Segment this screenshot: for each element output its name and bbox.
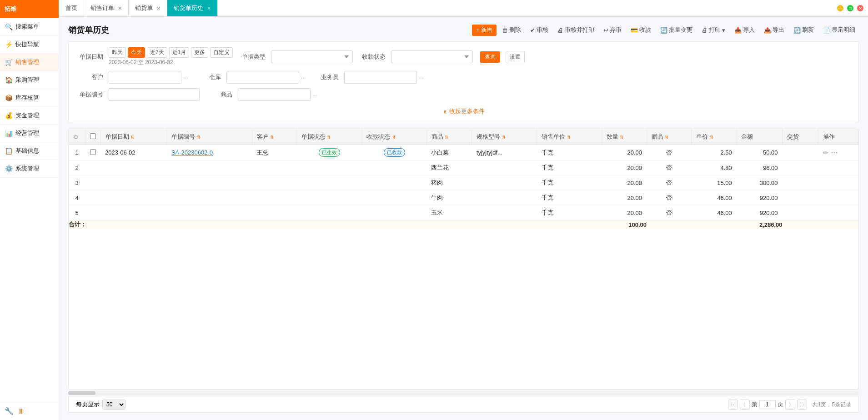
import-button[interactable]: 📥 导入 xyxy=(731,24,758,36)
tab-close-sales-delivery[interactable]: ✕ xyxy=(156,5,161,11)
sort-price[interactable]: ⇅ xyxy=(710,135,713,140)
sort-doc-no[interactable]: ⇅ xyxy=(197,135,201,140)
collapse-button[interactable]: ∧ 收起更多条件 xyxy=(76,105,851,117)
settings-button[interactable]: 设置 xyxy=(506,51,525,63)
summary-row: 合计： 100.00 2,286.00 xyxy=(69,220,858,229)
sidebar-item-basicinfo[interactable]: 📋 基础信息 xyxy=(0,142,59,160)
th-trade[interactable]: 交货 xyxy=(782,129,818,145)
docno-input[interactable] xyxy=(109,88,200,101)
horizontal-scrollbar[interactable] xyxy=(68,391,859,395)
sidebar-item-quicknav[interactable]: ⚡ 快捷导航 xyxy=(0,36,59,54)
date-btn-7days[interactable]: 近7天 xyxy=(147,47,167,58)
page-next-btn[interactable]: ⟩ xyxy=(785,400,795,410)
batch-change-button[interactable]: 🔄 批量变更 xyxy=(657,24,696,36)
cell-docno-0[interactable]: SA-20230602-0 xyxy=(167,145,252,160)
th-qty[interactable]: 数量 ⇅ xyxy=(602,129,647,145)
page-prev-btn[interactable]: ⟨ xyxy=(740,400,750,410)
sort-spec[interactable]: ⇅ xyxy=(502,135,506,140)
goods-input[interactable] xyxy=(238,88,311,101)
discard-button[interactable]: ↩ 弃审 xyxy=(600,24,625,36)
window-close[interactable]: ✕ xyxy=(857,5,863,11)
select-all-checkbox[interactable] xyxy=(90,133,96,139)
warehouse-input[interactable] xyxy=(226,71,299,84)
edit-icon[interactable]: ✏ xyxy=(823,149,828,156)
sidebar-item-inventory[interactable]: 📦 库存核算 xyxy=(0,89,59,107)
query-button[interactable]: 查询 xyxy=(480,51,500,63)
sort-unit[interactable]: ⇅ xyxy=(567,135,571,140)
th-doc-date[interactable]: 单据日期 ⇅ xyxy=(100,129,167,145)
sort-qty[interactable]: ⇅ xyxy=(620,135,623,140)
tab-close-sales-history[interactable]: ✕ xyxy=(207,5,211,11)
date-btn-more[interactable]: 更多 xyxy=(191,47,208,58)
date-btn-custom[interactable]: 自定义 xyxy=(210,47,233,58)
pay-status-select[interactable] xyxy=(391,50,473,63)
pause-icon[interactable]: ⏸ xyxy=(17,407,25,415)
customer-dots[interactable]: ··· xyxy=(183,74,188,81)
th-price[interactable]: 单价 ⇅ xyxy=(692,129,737,145)
th-spec[interactable]: 规格型号 ⇅ xyxy=(472,129,537,145)
date-btn-1month[interactable]: 近1月 xyxy=(169,47,190,58)
tab-sales-order[interactable]: 销售订单 ✕ xyxy=(84,0,129,16)
th-goods[interactable]: 商品 ⇅ xyxy=(426,129,472,145)
sidebar-item-finance[interactable]: 💰 资金管理 xyxy=(0,107,59,125)
tab-home[interactable]: 首页 xyxy=(59,0,84,16)
staff-input[interactable] xyxy=(344,71,417,84)
date-btn-yesterday[interactable]: 昨天 xyxy=(109,47,126,58)
page-size-select[interactable]: 50 100 200 xyxy=(102,400,125,410)
delete-button[interactable]: 🗑 删除 xyxy=(498,24,525,36)
sidebar-item-purchase[interactable]: 🏠 采购管理 xyxy=(0,71,59,89)
tab-sales-delivery[interactable]: 销货单 ✕ xyxy=(129,0,167,16)
th-doc-status[interactable]: 单据状态 ⇅ xyxy=(297,129,362,145)
show-detail-button[interactable]: 📄 显示明细 xyxy=(819,24,859,36)
page-last-btn[interactable]: ⟩⟩ xyxy=(797,400,807,410)
more-icon[interactable]: ⋯ xyxy=(831,149,838,156)
tab-sales-history[interactable]: 销货单历史 ✕ xyxy=(167,0,218,16)
th-doc-no[interactable]: 单据编号 ⇅ xyxy=(167,129,252,145)
sort-doc-status[interactable]: ⇅ xyxy=(327,135,331,140)
gear-icon[interactable]: ⚙ xyxy=(73,134,79,140)
th-unit[interactable]: 销售单位 ⇅ xyxy=(537,129,602,145)
customer-input[interactable] xyxy=(109,71,181,84)
row-checkbox[interactable] xyxy=(90,149,96,155)
sort-customer[interactable]: ⇅ xyxy=(270,135,274,140)
th-pay-status[interactable]: 收款状态 ⇅ xyxy=(362,129,427,145)
sidebar-item-operation[interactable]: 📊 经营管理 xyxy=(0,125,59,142)
sidebar-item-sysmgmt[interactable]: ⚙️ 系统管理 xyxy=(0,160,59,178)
scrollbar-thumb[interactable] xyxy=(68,391,95,395)
sidebar-item-sales[interactable]: 🛒 销售管理 xyxy=(0,54,59,71)
th-amount[interactable]: 金额 xyxy=(737,129,783,145)
page-first-btn[interactable]: ⟨⟨ xyxy=(728,400,738,410)
tab-close-sales-order[interactable]: ✕ xyxy=(118,5,122,11)
cell-check-2[interactable] xyxy=(85,175,100,190)
cell-check-1[interactable] xyxy=(85,160,100,175)
window-minimize[interactable]: — xyxy=(837,5,843,11)
refresh-button[interactable]: 🔃 刷新 xyxy=(790,24,818,36)
print-button[interactable]: 🖨 打印 ▾ xyxy=(698,24,729,36)
th-customer[interactable]: 客户 ⇅ xyxy=(252,129,297,145)
sidebar-item-search[interactable]: 🔍 搜索菜单 xyxy=(0,18,59,36)
export-button[interactable]: 📤 导出 xyxy=(760,24,788,36)
cell-check-3[interactable] xyxy=(85,190,100,205)
staff-dots[interactable]: ··· xyxy=(419,74,424,81)
collect-button[interactable]: 💳 收款 xyxy=(627,24,655,36)
audit-button[interactable]: ✔ 审核 xyxy=(527,24,552,36)
sort-pay-status[interactable]: ⇅ xyxy=(392,135,396,140)
settings-bottom-icon[interactable]: 🔧 xyxy=(5,407,14,415)
date-btn-today[interactable]: 今天 xyxy=(128,47,145,58)
type-select[interactable] xyxy=(271,50,353,63)
window-maximize[interactable]: □ xyxy=(847,5,853,11)
goods-dots[interactable]: ··· xyxy=(312,91,317,98)
audit-print-button[interactable]: 🖨 审核并打印 xyxy=(554,24,598,36)
th-gear[interactable]: ⚙ xyxy=(69,129,85,145)
warehouse-dots[interactable]: ··· xyxy=(301,74,306,81)
page-number-input[interactable] xyxy=(759,400,776,409)
sort-gift[interactable]: ⇅ xyxy=(665,135,668,140)
th-gift[interactable]: 赠品 ⇅ xyxy=(647,129,692,145)
sort-goods[interactable]: ⇅ xyxy=(445,135,448,140)
sort-doc-date[interactable]: ⇅ xyxy=(130,135,134,140)
th-check[interactable] xyxy=(85,129,100,145)
cell-check-0[interactable] xyxy=(85,145,100,160)
doc-no-link[interactable]: SA-20230602-0 xyxy=(171,149,213,156)
cell-check-4[interactable] xyxy=(85,205,100,220)
new-button[interactable]: + 新增 xyxy=(472,25,497,36)
